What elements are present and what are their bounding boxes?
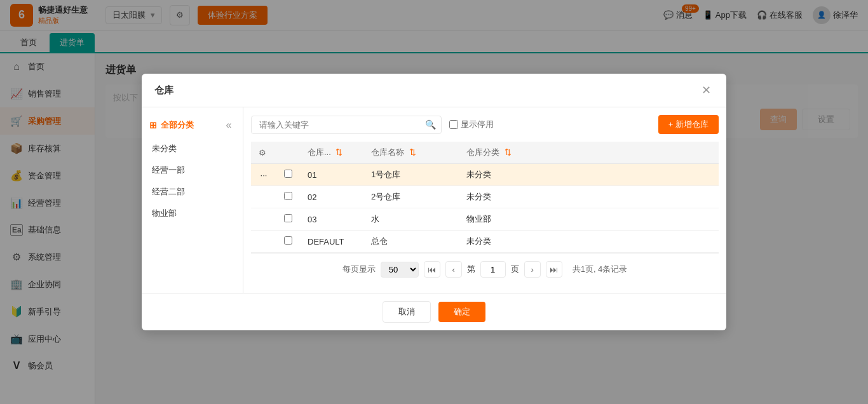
row-cb-1[interactable]: [276, 164, 300, 186]
all-category-title[interactable]: ⊞ 全部分类: [149, 119, 194, 131]
page-number-input[interactable]: [480, 261, 506, 278]
category-item-ops1[interactable]: 经营一部: [142, 159, 243, 181]
row-cb-4[interactable]: [276, 231, 300, 253]
row-code-3: 03: [300, 208, 363, 231]
row-name-3: 水: [363, 208, 459, 231]
modal-body: ⊞ 全部分类 « 未分类 经营一部 经营二部 物业部 🔍: [142, 107, 726, 293]
row-name-1: 1号仓库: [363, 164, 459, 186]
row-checkbox-3[interactable]: [284, 214, 292, 222]
show-disabled-checkbox[interactable]: [449, 120, 458, 129]
table-body: ··· 01 1号仓库 未分类 02 2号仓库: [251, 164, 719, 253]
row-cb-2[interactable]: [276, 186, 300, 208]
sort-icon-category: ⇅: [505, 147, 512, 157]
pagination-bar: 每页显示 50 10 20 100 ⏮ ‹ 第 页 › ⏭ 共1页, 4条记录: [251, 253, 719, 285]
table-container: ⚙ 仓库... ⇅ 仓库名称 ⇅: [251, 142, 719, 253]
modal-sidebar-header: ⊞ 全部分类 «: [142, 115, 243, 138]
per-page-label: 每页显示: [342, 264, 376, 275]
modal-category-sidebar: ⊞ 全部分类 « 未分类 经营一部 经营二部 物业部: [142, 107, 243, 293]
th-name: 仓库名称 ⇅: [363, 142, 459, 164]
last-page-button[interactable]: ⏭: [546, 261, 562, 278]
show-disabled-text: 显示停用: [461, 119, 494, 130]
first-page-button[interactable]: ⏮: [424, 261, 440, 278]
row-category-3: 物业部: [459, 208, 719, 231]
show-disabled-label[interactable]: 显示停用: [449, 119, 494, 130]
row-code-2: 02: [300, 186, 363, 208]
collapse-sidebar-button[interactable]: «: [222, 119, 235, 131]
th-code: 仓库... ⇅: [300, 142, 363, 164]
warehouse-modal: 仓库 ✕ ⊞ 全部分类 « 未分类 经营一部 经营二部 物业部: [142, 74, 726, 330]
table-row: 03 水 物业部: [251, 208, 719, 231]
table-row: DEFAULT 总仓 未分类: [251, 231, 719, 253]
add-warehouse-button[interactable]: + 新增仓库: [658, 115, 719, 134]
row-name-2: 2号仓库: [363, 186, 459, 208]
cancel-button[interactable]: 取消: [383, 301, 431, 323]
sort-icon-code: ⇅: [336, 147, 342, 157]
category-item-ops2[interactable]: 经营二部: [142, 181, 243, 203]
table-header-row: ⚙ 仓库... ⇅ 仓库名称 ⇅: [251, 142, 719, 164]
row-checkbox-1[interactable]: [284, 170, 292, 178]
modal-header: 仓库 ✕: [142, 74, 726, 107]
row-cb-3[interactable]: [276, 208, 300, 231]
warehouse-table: ⚙ 仓库... ⇅ 仓库名称 ⇅: [251, 142, 719, 253]
row-category-2: 未分类: [459, 186, 719, 208]
th-checkbox: [276, 142, 300, 164]
category-item-unclassified[interactable]: 未分类: [142, 138, 243, 159]
table-row: ··· 01 1号仓库 未分类: [251, 164, 719, 186]
total-info: 共1页, 4条记录: [573, 264, 628, 275]
modal-title: 仓库: [154, 84, 173, 97]
row-gear-1[interactable]: ···: [251, 164, 276, 186]
grid-icon: ⊞: [149, 120, 157, 130]
row-code-4: DEFAULT: [300, 231, 363, 253]
row-checkbox-2[interactable]: [284, 192, 292, 200]
modal-toolbar: 🔍 显示停用 + 新增仓库: [251, 115, 719, 134]
modal-overlay: 仓库 ✕ ⊞ 全部分类 « 未分类 经营一部 经营二部 物业部: [0, 0, 868, 404]
th-category: 仓库分类 ⇅: [459, 142, 719, 164]
row-gear-2[interactable]: [251, 186, 276, 208]
row-gear-3[interactable]: [251, 208, 276, 231]
per-page-select[interactable]: 50 10 20 100: [381, 262, 419, 278]
row-name-4: 总仓: [363, 231, 459, 253]
row-code-1: 01: [300, 164, 363, 186]
sort-icon-name: ⇅: [409, 147, 416, 157]
th-gear: ⚙: [251, 142, 276, 164]
search-box: 🔍: [251, 116, 442, 134]
page-label: 页: [511, 264, 519, 275]
modal-close-button[interactable]: ✕: [698, 83, 714, 98]
category-item-property[interactable]: 物业部: [142, 203, 243, 224]
next-page-button[interactable]: ›: [524, 261, 541, 278]
confirm-button[interactable]: 确定: [438, 302, 485, 322]
all-category-label: 全部分类: [161, 119, 194, 131]
search-input[interactable]: [257, 116, 425, 133]
prev-page-button[interactable]: ‹: [445, 261, 462, 278]
row-category-4: 未分类: [459, 231, 719, 253]
row-checkbox-4[interactable]: [284, 236, 292, 245]
page-no-label: 第: [467, 264, 475, 275]
modal-actions: 取消 确定: [142, 293, 726, 330]
table-head: ⚙ 仓库... ⇅ 仓库名称 ⇅: [251, 142, 719, 164]
row-category-1: 未分类: [459, 164, 719, 186]
search-icon[interactable]: 🔍: [425, 119, 436, 130]
modal-table-content: 🔍 显示停用 + 新增仓库 ⚙: [243, 107, 726, 293]
row-gear-4[interactable]: [251, 231, 276, 253]
table-row: 02 2号仓库 未分类: [251, 186, 719, 208]
